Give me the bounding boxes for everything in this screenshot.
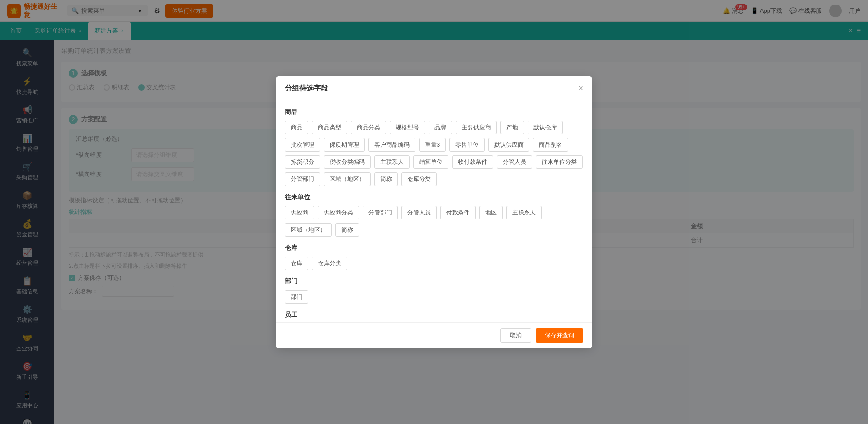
modal-footer: 取消 保存并查询 [276,322,592,348]
field-tag-partner-category[interactable]: 往来单位分类 [536,155,583,169]
field-tag-goods-type[interactable]: 商品类型 [312,121,347,134]
section-label-goods: 商品 [285,108,583,116]
field-tag-partner-region[interactable]: 区域（地区） [285,223,332,237]
section-label-partner: 往来单位 [285,193,583,201]
field-tag-pick-points[interactable]: 拣货积分 [285,155,320,169]
section-label-department: 部门 [285,277,583,286]
field-tag-main-supplier[interactable]: 主要供应商 [456,121,497,134]
field-tag-retail-unit[interactable]: 零售单位 [449,138,485,152]
field-tag-abbr[interactable]: 简称 [374,172,398,186]
field-grid-department: 部门 [285,290,583,304]
field-tag-warehouse-category[interactable]: 仓库分类 [401,172,437,186]
field-tag-goods-alias[interactable]: 商品别名 [533,138,568,152]
field-tag-department[interactable]: 部门 [285,290,308,304]
field-grid-goods: 商品 商品类型 商品分类 规格型号 品牌 主要供应商 产地 默认仓库 批次管理 … [285,121,583,186]
field-grid-warehouse: 仓库 仓库分类 [285,257,583,270]
modal-save-query-button[interactable]: 保存并查询 [536,328,583,343]
field-tag-main-contact[interactable]: 主联系人 [374,155,410,169]
field-tag-brand[interactable]: 品牌 [429,121,452,134]
field-tag-payment-terms[interactable]: 收付款条件 [452,155,493,169]
field-tag-supplier[interactable]: 供应商 [285,206,314,219]
field-tag-weight[interactable]: 重量3 [419,138,446,152]
section-label-staff: 员工 [285,311,583,319]
field-tag-partner-dept[interactable]: 分管部门 [363,206,398,219]
field-tag-partner-abbr[interactable]: 简称 [335,223,359,237]
field-tag-region[interactable]: 区域（地区） [324,172,371,186]
field-tag-origin[interactable]: 产地 [500,121,524,134]
field-tag-payment-condition[interactable]: 付款条件 [440,206,476,219]
modal-body: 商品 商品 商品类型 商品分类 规格型号 品牌 主要供应商 产地 默认仓库 批次… [276,99,592,322]
field-tag-goods-category[interactable]: 商品分类 [351,121,386,134]
field-tag-default-supplier[interactable]: 默认供应商 [488,138,529,152]
field-tag-warehouse[interactable]: 仓库 [285,257,308,270]
field-tag-tax-code[interactable]: 税收分类编码 [324,155,371,169]
modal-cancel-button[interactable]: 取消 [500,328,531,343]
field-tag-manager[interactable]: 分管人员 [497,155,532,169]
modal-field-select: 分组待选字段 × 商品 商品 商品类型 商品分类 规格型号 品牌 主要供应商 产… [276,76,592,348]
field-tag-partner-contact[interactable]: 主联系人 [506,206,542,219]
field-tag-expiry[interactable]: 保质期管理 [324,138,365,152]
field-tag-warehouse-cat[interactable]: 仓库分类 [312,257,347,270]
field-tag-dept[interactable]: 分管部门 [285,172,320,186]
field-tag-customer-code[interactable]: 客户商品编码 [368,138,415,152]
modal-close-button[interactable]: × [578,84,583,92]
field-tag-default-warehouse[interactable]: 默认仓库 [528,121,563,134]
section-label-warehouse: 仓库 [285,244,583,252]
field-grid-partner: 供应商 供应商分类 分管部门 分管人员 付款条件 地区 主联系人 区域（地区） … [285,206,583,237]
modal-header: 分组待选字段 × [276,76,592,99]
field-tag-area[interactable]: 地区 [479,206,503,219]
field-tag-batch[interactable]: 批次管理 [285,138,320,152]
field-tag-settle-unit[interactable]: 结算单位 [413,155,448,169]
field-tag-spec[interactable]: 规格型号 [390,121,425,134]
field-tag-partner-manager[interactable]: 分管人员 [401,206,437,219]
modal-title: 分组待选字段 [285,84,328,93]
field-tag-supplier-category[interactable]: 供应商分类 [318,206,359,219]
field-tag-goods[interactable]: 商品 [285,121,308,134]
